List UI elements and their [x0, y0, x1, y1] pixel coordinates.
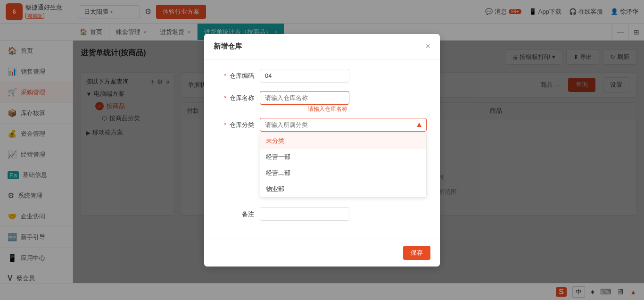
category-dropdown-arrow-icon[interactable]: ▲ — [415, 120, 423, 129]
required-star-category: * — [224, 121, 226, 128]
modal-overlay: 新增仓库 × * 仓库编码 * 仓库名称 — [0, 0, 644, 300]
dropdown-option-property[interactable]: 物业部 — [260, 181, 426, 197]
required-star-code: * — [224, 72, 226, 79]
category-label-text: 仓库分类 — [230, 121, 254, 128]
category-dropdown-list: 未分类 经营一部 经营二部 物业部 — [260, 133, 427, 198]
dropdown-option-dept1[interactable]: 经营一部 — [260, 149, 426, 165]
note-input[interactable] — [260, 207, 349, 221]
code-label: * 仓库编码 — [217, 69, 260, 80]
code-input[interactable] — [260, 69, 349, 83]
modal-close-button[interactable]: × — [425, 42, 430, 51]
note-input-wrap — [260, 207, 427, 221]
form-row-note: 备注 — [217, 207, 427, 221]
note-label: 备注 — [217, 207, 260, 218]
category-dropdown-wrap: ▲ 未分类 经营一部 经营二部 物业部 — [260, 118, 427, 132]
required-star-name: * — [224, 94, 226, 101]
name-label-text: 仓库名称 — [230, 94, 254, 101]
dropdown-option-uncategorized[interactable]: 未分类 — [260, 133, 426, 149]
new-warehouse-modal: 新增仓库 × * 仓库编码 * 仓库名称 — [204, 34, 440, 267]
dropdown-option-dept2[interactable]: 经营二部 — [260, 165, 426, 181]
code-label-text: 仓库编码 — [230, 72, 254, 79]
save-button[interactable]: 保存 — [403, 246, 430, 260]
modal-body: * 仓库编码 * 仓库名称 请输入仓库名称 — [204, 59, 440, 239]
modal-header: 新增仓库 × — [204, 34, 440, 59]
name-input-wrap: 请输入仓库名称 — [260, 91, 427, 105]
note-label-text: 备注 — [242, 210, 254, 217]
category-input[interactable] — [260, 118, 427, 132]
name-input[interactable] — [260, 91, 349, 105]
form-row-category: * 仓库分类 ▲ 未分类 经营一部 经营二部 物业部 — [217, 118, 427, 132]
form-row-name: * 仓库名称 请输入仓库名称 — [217, 91, 427, 105]
category-label: * 仓库分类 — [217, 118, 260, 129]
modal-footer: 保存 — [204, 239, 440, 267]
modal-title: 新增仓库 — [214, 42, 242, 51]
form-row-code: * 仓库编码 — [217, 69, 427, 83]
name-error-message: 请输入仓库名称 — [308, 105, 347, 113]
code-input-wrap — [260, 69, 427, 83]
name-label: * 仓库名称 — [217, 91, 260, 102]
